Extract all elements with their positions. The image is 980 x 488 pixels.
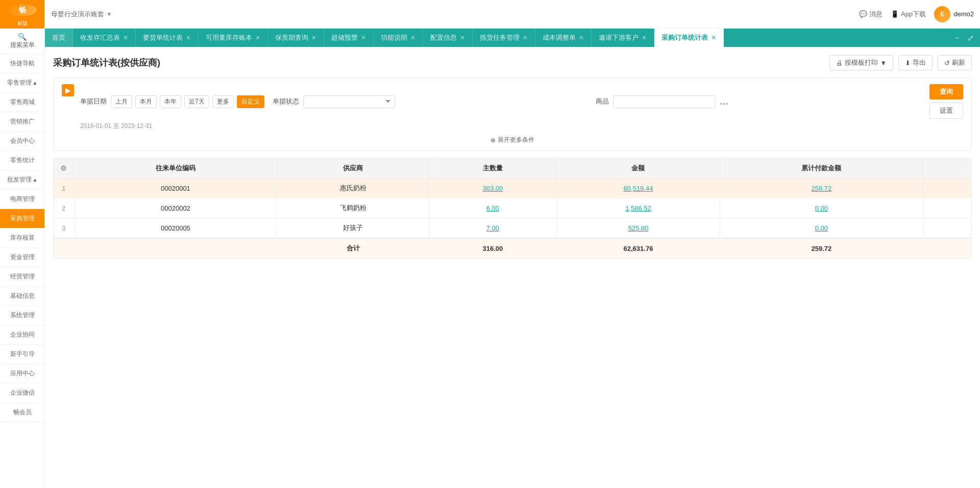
row-quantity[interactable]: 7.00 <box>429 218 556 239</box>
workspace-selector[interactable]: 母婴行业演示账套 ▼ <box>51 10 855 19</box>
tab-8[interactable]: 拣货任务管理 ✕ <box>473 29 535 47</box>
tab-close-icon-5[interactable]: ✕ <box>361 34 366 41</box>
tab-1[interactable]: 收发存汇总表 ✕ <box>73 29 136 47</box>
sidebar-item-quick[interactable]: 快捷导航 <box>0 54 44 73</box>
query-button[interactable]: 查询 <box>929 84 963 99</box>
date-btn-this-year[interactable]: 本年 <box>160 95 181 108</box>
filter-area: ▶ 单据日期 上月 本月 本年 近7天 更多 <box>53 78 972 151</box>
sidebar-item-inventory[interactable]: 库存核算 <box>0 228 44 248</box>
goods-filter-group: 商品 … <box>596 95 728 108</box>
row-extra <box>923 218 971 239</box>
sidebar-item-ecommerce[interactable]: 电商管理 <box>0 190 44 209</box>
tab-close-icon-3[interactable]: ✕ <box>255 34 260 41</box>
sidebar-item-operation[interactable]: 经营管理 <box>0 267 44 287</box>
more-options-icon[interactable]: … <box>719 96 728 107</box>
table-row[interactable]: 1 00020001 惠氏奶粉 303.00 60,519.44 259.72 <box>54 178 971 198</box>
page-header: 采购订单统计表(按供应商) 🖨 按模板打印 ▼ ⬇ 导出 ↺ 刷新 <box>53 55 972 70</box>
tab-close-icon-4[interactable]: ✕ <box>311 34 316 41</box>
workspace-label: 母婴行业演示账套 <box>51 10 104 19</box>
sidebar-item-retail[interactable]: 零售管理 ▲ <box>0 73 44 93</box>
sidebar-item-app-center[interactable]: 应用中心 <box>0 364 44 383</box>
column-settings-icon[interactable]: ⚙ <box>60 164 67 172</box>
tab-6[interactable]: 功能说明 ✕ <box>374 29 423 47</box>
export-icon: ⬇ <box>905 59 911 67</box>
row-paid[interactable]: 0.00 <box>720 218 923 239</box>
date-btn-more[interactable]: 更多 <box>212 95 234 108</box>
data-table: ⚙ 往来单位编码 供应商 主数量 金额 累计付款金额 1 00020001 <box>54 159 971 258</box>
sidebar-item-member[interactable]: 会员中心 <box>0 132 44 151</box>
data-table-container: ⚙ 往来单位编码 供应商 主数量 金额 累计付款金额 1 00020001 <box>53 158 972 259</box>
phone-icon: 📱 <box>891 10 899 18</box>
sidebar-item-search[interactable]: 🔍 搜索菜单 <box>0 29 44 54</box>
main-area: 母婴行业演示账套 ▼ 💬 消息 📱 App下载 E demo2 首页 <box>45 0 980 488</box>
tab-maximize-button[interactable]: ⤢ <box>965 31 976 45</box>
th-amount: 金额 <box>556 159 720 178</box>
user-menu[interactable]: E demo2 <box>934 6 974 22</box>
setting-button[interactable]: 设置 <box>929 102 963 119</box>
row-paid[interactable]: 0.00 <box>720 198 923 218</box>
sidebar-item-system[interactable]: 系统管理 <box>0 306 44 325</box>
refresh-button[interactable]: ↺ 刷新 <box>938 55 972 70</box>
tab-close-icon-6[interactable]: ✕ <box>410 34 415 41</box>
tab-close-icon-7[interactable]: ✕ <box>460 34 465 41</box>
sidebar-item-finance[interactable]: 资金管理 <box>0 248 44 267</box>
tab-close-icon-2[interactable]: ✕ <box>186 34 191 41</box>
page-actions: 🖨 按模板打印 ▼ ⬇ 导出 ↺ 刷新 <box>829 55 972 70</box>
tab-3[interactable]: 可用量库存账本 ✕ <box>199 29 268 47</box>
tab-minimize-button[interactable]: － <box>951 31 963 45</box>
table-row[interactable]: 3 00020005 好孩子 7.00 525.80 0.00 <box>54 218 971 239</box>
tab-close-icon-9[interactable]: ✕ <box>579 34 584 41</box>
sidebar-item-retail-stat[interactable]: 零售统计 <box>0 151 44 170</box>
sidebar-item-retail-mall[interactable]: 零售商城 <box>0 93 44 112</box>
top-bar-right: 💬 消息 📱 App下载 E demo2 <box>859 6 974 22</box>
tab-close-icon-8[interactable]: ✕ <box>523 34 528 41</box>
row-supplier: 飞鹤奶粉 <box>277 198 429 218</box>
tab-7[interactable]: 配置信息 ✕ <box>423 29 473 47</box>
row-amount[interactable]: 525.80 <box>556 218 720 239</box>
tab-5[interactable]: 超储预警 ✕ <box>324 29 374 47</box>
tab-close-icon-10[interactable]: ✕ <box>642 34 647 41</box>
tab-close-icon[interactable]: ✕ <box>123 34 128 41</box>
row-amount[interactable]: 60,519.44 <box>556 178 720 198</box>
sidebar-item-vip[interactable]: 畅会员 <box>0 403 44 422</box>
app-download-button[interactable]: 📱 App下载 <box>891 10 926 19</box>
row-paid[interactable]: 259.72 <box>720 178 923 198</box>
sidebar-item-purchase[interactable]: 采购管理 <box>0 209 44 228</box>
date-btn-last-month[interactable]: 上月 <box>111 95 132 108</box>
date-btn-this-month[interactable]: 本月 <box>135 95 157 108</box>
filter-toggle-button[interactable]: ▶ <box>62 84 74 96</box>
expand-icon: ⊕ <box>491 137 496 144</box>
tab-9[interactable]: 成本调整单 ✕ <box>535 29 592 47</box>
row-code: 00020001 <box>74 178 277 198</box>
tab-11[interactable]: 采购订单统计表 ✕ <box>654 29 724 47</box>
table-row[interactable]: 2 00020002 飞鹤奶粉 6.00 1,586.52 0.00 <box>54 198 971 218</box>
tab-home[interactable]: 首页 <box>45 29 73 47</box>
sidebar-item-work-wechat[interactable]: 企业微信 <box>0 383 44 403</box>
tab-2[interactable]: 要货单统计表 ✕ <box>136 29 199 47</box>
status-select[interactable] <box>303 95 395 108</box>
goods-input[interactable] <box>613 95 715 108</box>
message-button[interactable]: 💬 消息 <box>859 10 883 19</box>
print-button[interactable]: 🖨 按模板打印 ▼ <box>829 55 893 70</box>
tab-4[interactable]: 保质期查询 ✕ <box>268 29 324 47</box>
export-button[interactable]: ⬇ 导出 <box>898 55 933 70</box>
row-quantity[interactable]: 6.00 <box>429 198 556 218</box>
footer-quantity: 316.00 <box>429 238 556 258</box>
sidebar-item-base[interactable]: 基础信息 <box>0 287 44 306</box>
expand-more-button[interactable]: ⊕ 展开更多条件 <box>491 136 534 144</box>
tab-bar: 首页 收发存汇总表 ✕ 要货单统计表 ✕ 可用量库存账本 ✕ 保质期查询 ✕ 超… <box>45 29 980 47</box>
date-btn-7days[interactable]: 近7天 <box>184 95 209 108</box>
print-icon: 🖨 <box>836 59 843 67</box>
row-quantity[interactable]: 303.00 <box>429 178 556 198</box>
row-num: 1 <box>54 178 74 198</box>
row-amount[interactable]: 1,586.52 <box>556 198 720 218</box>
tab-10[interactable]: 邀请下游客户 ✕ <box>592 29 654 47</box>
chevron-right-icon: ▶ <box>65 86 71 94</box>
date-btn-custom[interactable]: 自定义 <box>237 95 264 108</box>
sidebar-item-marketing[interactable]: 营销推广 <box>0 112 44 132</box>
sidebar-item-wholesale[interactable]: 批发管理 ▲ <box>0 170 44 190</box>
tab-close-icon-11[interactable]: ✕ <box>711 34 716 41</box>
sidebar-item-guide[interactable]: 新手引导 <box>0 345 44 364</box>
filter-actions: 查询 设置 <box>929 84 963 119</box>
sidebar-item-enterprise[interactable]: 企业协同 <box>0 325 44 345</box>
